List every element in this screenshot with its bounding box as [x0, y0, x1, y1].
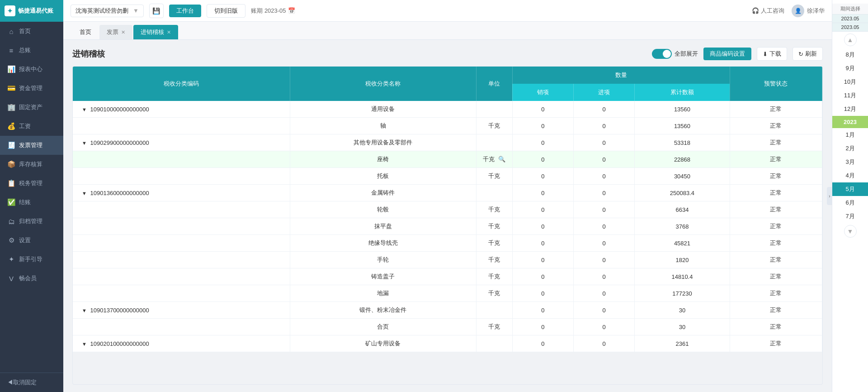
calendar-icon[interactable]: 📅 — [288, 7, 295, 14]
row-unit — [476, 185, 512, 201]
row-unit: 千克 🔍 — [476, 151, 512, 168]
table-container: 税收分类编码 税收分类名称 单位 数量 预警状态 销项 进项 累计数额 — [72, 66, 823, 385]
company-selector[interactable]: 沈海英测试经营勿删 ▼ — [71, 5, 144, 17]
tabbar: 首页 发票 ✕ 进销稽核 ✕ — [63, 22, 832, 40]
row-purchase: 0 — [573, 319, 634, 335]
row-sales: 0 — [512, 335, 573, 352]
row-sales: 0 — [512, 118, 573, 134]
sidebar-label-archive: 归档管理 — [19, 217, 42, 225]
period-header: 期间选择 — [832, 4, 868, 14]
table-row: 合页 千克 0 0 30 正常 — [73, 319, 822, 335]
row-status: 正常 — [730, 134, 822, 151]
month-list: 8月 9月 10月 11月 12月 2023 1月 2月 3月 4月 5月 6月… — [832, 48, 868, 223]
archive-icon: 🗂 — [7, 218, 15, 225]
tab-invoice[interactable]: 发票 ✕ — [99, 25, 132, 39]
expand-icon[interactable]: ▼ — [82, 140, 87, 146]
expand-icon[interactable]: ▼ — [82, 308, 87, 313]
sidebar-item-member[interactable]: V 畅会员 — [0, 269, 63, 288]
row-name: 抹平盘 — [290, 218, 476, 235]
old-version-button[interactable]: 切到旧版 — [207, 4, 245, 18]
row-status: 正常 — [730, 335, 822, 352]
month-item-6[interactable]: 6月 — [832, 196, 868, 210]
row-code — [73, 151, 290, 168]
row-code — [73, 168, 290, 185]
row-code: ▼ 109013700000000000 — [73, 302, 290, 319]
sidebar-label-salary: 工资 — [19, 122, 31, 130]
scroll-up-button[interactable]: ▲ — [844, 33, 857, 46]
customer-service-button[interactable]: 🎧 人工咨询 — [752, 7, 784, 15]
product-code-button[interactable]: 商品编码设置 — [703, 48, 751, 60]
sidebar-item-assets[interactable]: 🏢 固定资产 — [0, 98, 63, 117]
tab-invoice-close[interactable]: ✕ — [121, 29, 125, 35]
sidebar-item-archive[interactable]: 🗂 归档管理 — [0, 212, 63, 231]
sidebar-item-inventory[interactable]: 📦 库存核算 — [0, 155, 63, 174]
inventory-icon: 📦 — [7, 160, 15, 168]
month-item-11[interactable]: 11月 — [832, 89, 868, 102]
refresh-icon: ↻ — [798, 51, 803, 57]
sidebar-item-ledger[interactable]: ≡ 总账 — [0, 41, 63, 60]
row-status: 正常 — [730, 285, 822, 302]
table-row: ▼ 109029900000000000 其他专用设备及零部件 0 0 5331… — [73, 134, 822, 151]
period-value: 2023-05 — [264, 7, 286, 14]
month-item-7[interactable]: 7月 — [832, 210, 868, 223]
month-item-9[interactable]: 9月 — [832, 62, 868, 75]
sidebar-label-assets: 固定资产 — [19, 103, 42, 111]
sidebar-item-home[interactable]: ⌂ 首页 — [0, 22, 63, 41]
sidebar-item-guide[interactable]: ✦ 新手引导 — [0, 250, 63, 269]
search-icon-cell[interactable]: 🔍 — [498, 156, 505, 163]
sidebar-label-funds: 资金管理 — [19, 84, 42, 92]
month-item-5[interactable]: 5月 — [832, 182, 868, 196]
month-item-2[interactable]: 2月 — [832, 142, 868, 155]
sidebar-label-report: 报表中心 — [19, 65, 42, 73]
month-item-1[interactable]: 1月 — [832, 128, 868, 142]
row-status: 正常 — [730, 319, 822, 335]
row-code — [73, 268, 290, 285]
sidebar-item-invoice[interactable]: 🧾 发票管理 — [0, 136, 63, 155]
download-button[interactable]: ⬇ 下载 — [757, 47, 787, 61]
month-item-8[interactable]: 8月 — [832, 48, 868, 62]
cancel-fixed-button[interactable]: ◀取消固定 — [0, 373, 63, 392]
row-unit: 千克 — [476, 235, 512, 252]
user-area[interactable]: 👤 徐泽华 — [792, 5, 825, 17]
row-sales: 0 — [512, 268, 573, 285]
month-item-4[interactable]: 4月 — [832, 169, 868, 182]
sidebar-item-funds[interactable]: 💳 资金管理 — [0, 79, 63, 98]
tab-home[interactable]: 首页 — [72, 25, 99, 39]
workspace-button[interactable]: 工作台 — [169, 5, 201, 17]
row-name: 锻件、粉末冶金件 — [290, 302, 476, 319]
sidebar-item-report[interactable]: 📊 报表中心 — [0, 60, 63, 79]
company-name: 沈海英测试经营勿删 — [75, 7, 128, 15]
reconcile-table: 税收分类编码 税收分类名称 单位 数量 预警状态 销项 进项 累计数额 — [73, 67, 822, 352]
expand-icon[interactable]: ▼ — [82, 191, 87, 196]
refresh-button[interactable]: ↻ 刷新 — [793, 47, 823, 61]
row-sales: 0 — [512, 151, 573, 168]
expand-icon[interactable]: ▼ — [82, 107, 87, 112]
panel-toggle[interactable]: › — [827, 187, 832, 205]
row-status: 正常 — [730, 168, 822, 185]
row-name: 矿山专用设备 — [290, 335, 476, 352]
guide-icon: ✦ — [7, 255, 15, 263]
tab-reconcile-close[interactable]: ✕ — [167, 29, 171, 35]
sidebar-item-settle[interactable]: ✅ 结账 — [0, 193, 63, 212]
table-row: 铸造盖子 千克 0 0 14810.4 正常 — [73, 268, 822, 285]
expand-toggle[interactable] — [652, 49, 672, 59]
month-item-10[interactable]: 10月 — [832, 75, 868, 89]
sidebar-item-salary[interactable]: 💰 工资 — [0, 117, 63, 136]
month-item-3[interactable]: 3月 — [832, 155, 868, 169]
row-sales: 0 — [512, 168, 573, 185]
sidebar-item-settings[interactable]: ⚙ 设置 — [0, 231, 63, 250]
row-code — [73, 201, 290, 218]
expand-icon[interactable]: ▼ — [82, 341, 87, 347]
settings-icon: ⚙ — [7, 236, 15, 244]
month-item-12[interactable]: 12月 — [832, 102, 868, 116]
row-purchase: 0 — [573, 134, 634, 151]
row-code: ▼ 109020100000000000 — [73, 335, 290, 352]
row-status: 正常 — [730, 101, 822, 118]
col-code-header: 税收分类编码 — [73, 67, 290, 101]
row-total: 14810.4 — [635, 268, 730, 285]
save-button[interactable]: 💾 — [149, 4, 164, 18]
scroll-down-button[interactable]: ▼ — [844, 225, 857, 238]
sidebar-item-tax[interactable]: 📋 税务管理 — [0, 174, 63, 193]
tab-reconcile[interactable]: 进销稽核 ✕ — [133, 25, 178, 39]
row-purchase: 0 — [573, 168, 634, 185]
